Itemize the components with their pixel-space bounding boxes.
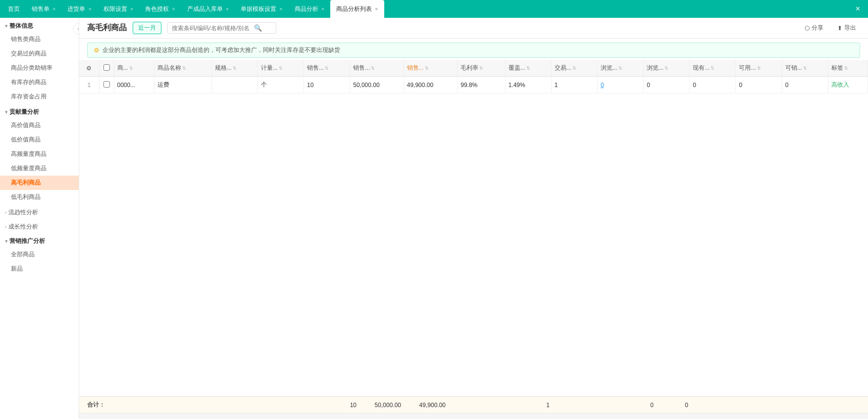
footer-total: 合计： 10 50,000.00 49,900.00 1 0 0 — [79, 396, 868, 413]
nav-template[interactable]: 单据模板设置 × — [235, 0, 288, 18]
sidebar-item-stock-capital[interactable]: 库存资金占用 — [0, 90, 79, 104]
col-header-trade[interactable]: 交易...⇅ — [551, 60, 597, 77]
content-area: 高毛利商品 近一月 🔍 ⬡ 分享 ⬆ 导出 ⚙ 企业的主要的利润都是这部分商品创… — [79, 18, 868, 419]
filter-recent-month-button[interactable]: 近一月 — [133, 22, 161, 34]
select-all-checkbox[interactable] — [103, 64, 110, 71]
sidebar-item-high-value[interactable]: 高价值商品 — [0, 118, 79, 133]
col-header-sales-profit[interactable]: 销售...⇅ — [404, 60, 457, 77]
cell-trade: 1 — [551, 77, 597, 93]
nav-purchase[interactable]: 进货单 × — [61, 0, 97, 18]
cell-sales-profit: 49,900.00 — [404, 77, 457, 93]
nav-home[interactable]: 首页 — [2, 0, 26, 18]
sidebar-item-new-goods[interactable]: 新品 — [0, 262, 79, 276]
info-banner: ⚙ 企业的主要的利润都是这部分商品创造的，可考虑加大推广，同时关注库存是不要出现… — [87, 43, 860, 58]
cell-check[interactable] — [99, 77, 114, 93]
table-row: 1 0000... 运费 个 10 50,000.00 49,900.00 99… — [79, 77, 868, 93]
sidebar-item-in-stock[interactable]: 有库存的商品 — [0, 75, 79, 90]
sidebar-item-traded-goods[interactable]: 交易过的商品 — [0, 47, 79, 61]
col-header-name[interactable]: 商品名称⇅ — [154, 60, 211, 77]
col-header-sales-amount[interactable]: 销售...⇅ — [350, 60, 404, 77]
sidebar-item-sales-goods[interactable]: 销售类商品 — [0, 32, 79, 47]
nav-analysis-list[interactable]: 商品分析列表 × — [330, 0, 384, 18]
total-trade: 1 — [518, 402, 553, 409]
col-header-coverage[interactable]: 覆盖...⇅ — [505, 60, 551, 77]
export-button[interactable]: ⬆ 导出 — [833, 22, 860, 34]
sidebar-item-low-freq[interactable]: 低频量度商品 — [0, 161, 79, 176]
arrow-icon-2: ▾ — [5, 109, 7, 115]
total-sales-profit: 49,900.00 — [404, 402, 449, 409]
col-header-sales-qty[interactable]: 销售...⇅ — [304, 60, 350, 77]
row-checkbox[interactable] — [103, 81, 110, 88]
total-cells: 10 50,000.00 49,900.00 1 0 0 — [156, 402, 860, 409]
page-title: 高毛利商品 — [87, 23, 127, 33]
col-header-saleable[interactable]: 可销...⇅ — [782, 60, 828, 77]
cell-sales-qty: 10 — [304, 77, 350, 93]
col-header-stock-now[interactable]: 现有...⇅ — [690, 60, 736, 77]
export-icon: ⬆ — [837, 25, 842, 32]
cell-sales-amount: 50,000.00 — [350, 77, 404, 93]
close-permission-tab[interactable]: × — [130, 6, 133, 12]
cell-seq: 1 — [79, 77, 99, 93]
col-header-code[interactable]: 商...⇅ — [114, 60, 154, 77]
cell-name: 运费 — [154, 77, 211, 93]
arrow-icon-3: › — [5, 210, 6, 215]
close-analysis-tab[interactable]: × — [321, 6, 324, 12]
sidebar-item-all-goods[interactable]: 全部商品 — [0, 247, 79, 262]
cell-code: 0000... — [114, 77, 154, 93]
sidebar-item-high-margin[interactable]: 高毛利商品 — [0, 176, 79, 190]
col-header-seq[interactable]: ⚙ — [79, 60, 99, 77]
sidebar-item-high-freq[interactable]: 高频量度商品 — [0, 147, 79, 161]
col-header-spec[interactable]: 规格...⇅ — [211, 60, 257, 77]
sidebar-section-overall[interactable]: ▾ 整体信息 — [0, 18, 79, 32]
close-window-button[interactable]: × — [850, 4, 866, 13]
total-stock-now: 0 — [622, 402, 657, 409]
search-box: 🔍 — [167, 22, 276, 34]
close-inbound-tab[interactable]: × — [226, 6, 229, 12]
sidebar-section-marketing[interactable]: ▾ 营销推广分析 — [0, 233, 79, 247]
share-button[interactable]: ⬡ 分享 — [801, 22, 827, 34]
total-label: 合计： — [87, 401, 147, 409]
close-purchase-tab[interactable]: × — [88, 6, 91, 12]
sidebar-item-low-margin[interactable]: 低毛利商品 — [0, 190, 79, 204]
data-table: ⚙ 商...⇅ 商品名称⇅ 规格...⇅ 计量...⇅ 销售...⇅ 销售...… — [79, 60, 868, 93]
col-header-available[interactable]: 可用...⇅ — [736, 60, 782, 77]
bottom-scrollbar[interactable] — [79, 413, 868, 419]
cell-available: 0 — [736, 77, 782, 93]
close-template-tab[interactable]: × — [279, 6, 282, 12]
total-available: 0 — [657, 402, 691, 409]
cell-browse1[interactable]: 0 — [597, 77, 643, 93]
cell-spec — [211, 77, 257, 93]
main-layout: « ▾ 整体信息 销售类商品 交易过的商品 商品分类助销率 有库存的商品 库存资… — [0, 18, 868, 419]
nav-sales[interactable]: 销售单 × — [26, 0, 61, 18]
sidebar-section-contribution[interactable]: ▾ 贡献量分析 — [0, 104, 79, 118]
col-header-browse1[interactable]: 浏览...⇅ — [597, 60, 643, 77]
nav-role[interactable]: 角色授权 × — [139, 0, 181, 18]
arrow-icon: ▾ — [5, 23, 7, 29]
col-header-tag[interactable]: 标签⇅ — [828, 60, 868, 77]
cell-tag: 高收入 — [828, 77, 868, 93]
search-icon[interactable]: 🔍 — [254, 24, 262, 32]
close-analysis-list-tab[interactable]: × — [375, 6, 378, 12]
close-sales-tab[interactable]: × — [52, 6, 55, 12]
search-input[interactable] — [172, 25, 251, 32]
sidebar-section-growth[interactable]: › 成长性分析 — [0, 219, 79, 233]
sidebar-item-low-value[interactable]: 低价值商品 — [0, 133, 79, 147]
cell-stock-now: 0 — [690, 77, 736, 93]
col-header-browse2[interactable]: 浏览...⇅ — [644, 60, 690, 77]
nav-permission[interactable]: 权限设置 × — [98, 0, 139, 18]
cell-saleable: 0 — [782, 77, 828, 93]
info-icon: ⚙ — [94, 47, 100, 54]
total-sales-amount: 50,000.00 — [359, 402, 404, 409]
cell-browse2: 0 — [644, 77, 690, 93]
sidebar-item-category-rate[interactable]: 商品分类助销率 — [0, 61, 79, 75]
nav-analysis[interactable]: 商品分析 × — [289, 0, 330, 18]
sidebar-section-trend[interactable]: › 流趋性分析 — [0, 204, 79, 219]
cell-coverage: 1.49% — [505, 77, 551, 93]
col-header-unit[interactable]: 计量...⇅ — [257, 60, 304, 77]
top-nav: 首页 销售单 × 进货单 × 权限设置 × 角色授权 × 产成品入库单 × 单据… — [0, 0, 868, 18]
nav-product-inbound[interactable]: 产成品入库单 × — [181, 0, 235, 18]
col-header-check[interactable] — [99, 60, 114, 77]
cell-unit: 个 — [257, 77, 304, 93]
close-role-tab[interactable]: × — [172, 6, 175, 12]
col-header-gross-rate[interactable]: 毛利率⇅ — [458, 60, 505, 77]
